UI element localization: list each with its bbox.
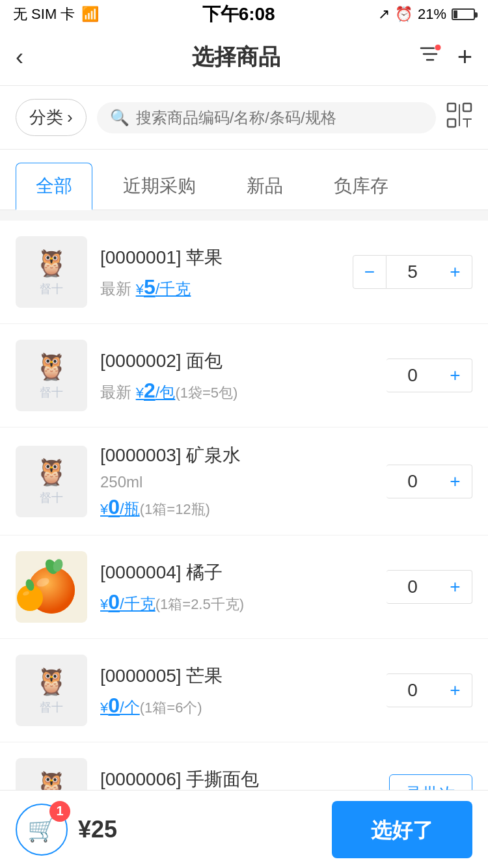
quantity-input[interactable] [386, 673, 439, 707]
search-icon: 🔍 [110, 109, 129, 127]
quantity-control-p2: + [386, 359, 472, 392]
product-item: 🦉 督十 [0000001] 苹果 最新 ¥5/千克 − + [0, 221, 488, 324]
quantity-plus-button[interactable]: + [439, 465, 472, 498]
quantity-plus-button[interactable]: + [439, 673, 472, 707]
price-label: 最新 [100, 383, 136, 401]
quantity-control-p3: + [386, 465, 472, 498]
product-name: [0000005] 芒果 [100, 664, 373, 688]
status-left: 无 SIM 卡 📶 [13, 5, 99, 24]
quantity-minus-button[interactable]: − [353, 255, 386, 289]
owl-logo: 🦉 督十 [35, 248, 68, 297]
product-price: ¥0/千克(1箱=2.5千克) [100, 590, 373, 614]
product-name: [0000003] 矿泉水 [100, 443, 373, 468]
cart-badge: 1 [49, 801, 70, 822]
owl-text: 督十 [40, 699, 63, 715]
cart-area: 1 🛒 ¥25 [16, 804, 332, 856]
product-item: 🦉 督十 [0000005] 芒果 ¥0/个(1箱=6个) + [0, 639, 488, 742]
product-price: ¥0/瓶(1箱=12瓶) [100, 495, 373, 519]
product-image-p5: 🦉 督十 [16, 655, 87, 726]
price-value: 0 [108, 694, 120, 717]
quantity-plus-button[interactable]: + [439, 255, 472, 289]
price-spec: (1箱=2.5千克) [156, 596, 244, 612]
product-image-p2: 🦉 督十 [16, 340, 87, 411]
product-name: [0000006] 手撕面包 [100, 767, 376, 792]
product-info-p3: [0000003] 矿泉水 250ml ¥0/瓶(1箱=12瓶) [100, 443, 373, 519]
owl-icon: 🦉 [35, 248, 68, 278]
scan-icon[interactable] [446, 102, 472, 133]
product-item: 🦉 督十 [0000002] 面包 最新 ¥2/包(1袋=5包) + [0, 324, 488, 427]
svg-rect-4 [448, 103, 455, 111]
price-unit: /个 [120, 698, 140, 716]
category-arrow: › [67, 107, 73, 128]
svg-rect-6 [448, 119, 455, 127]
product-info-p5: [0000005] 芒果 ¥0/个(1箱=6个) [100, 664, 373, 718]
filter-bar: 分类 › 🔍 [0, 86, 488, 150]
quantity-control-p5: + [386, 673, 472, 707]
price-unit: /包 [156, 383, 176, 401]
tab-all[interactable]: 全部 [16, 163, 92, 210]
nav-bar: ‹ 选择商品 + [0, 29, 488, 86]
battery-percent: 21% [418, 6, 446, 23]
product-info-p2: [0000002] 面包 最新 ¥2/包(1袋=5包) [100, 349, 373, 403]
product-price: 最新 ¥5/千克 [100, 275, 340, 299]
price-unit: /瓶 [120, 500, 140, 517]
back-button[interactable]: ‹ [16, 44, 55, 71]
tab-recent[interactable]: 近期采购 [103, 163, 216, 210]
price-currency: ¥ [100, 699, 108, 716]
price-currency: ¥ [100, 596, 108, 612]
product-list: 🦉 督十 [0000001] 苹果 最新 ¥5/千克 − + 🦉 督十 [000… [0, 221, 488, 868]
page-title: 选择商品 [192, 42, 280, 72]
owl-icon: 🦉 [35, 351, 68, 382]
price-label: 最新 [100, 280, 136, 297]
owl-logo: 🦉 督十 [35, 457, 68, 506]
bottom-bar: 1 🛒 ¥25 选好了 [0, 790, 488, 868]
product-image-p4 [16, 551, 87, 623]
status-right: ↗ ⏰ 21% [378, 6, 475, 23]
product-name: [0000002] 面包 [100, 349, 373, 373]
quantity-input[interactable] [386, 465, 439, 498]
price-currency: ¥ [136, 385, 144, 401]
wifi-icon: 📶 [81, 6, 99, 23]
price-value: 0 [108, 590, 120, 614]
cart-icon: 🛒 [27, 816, 57, 843]
product-info-p4: [0000004] 橘子 ¥0/千克(1箱=2.5千克) [100, 560, 373, 614]
status-time: 下午6:08 [202, 2, 275, 27]
tab-new[interactable]: 新品 [226, 163, 303, 210]
cart-button[interactable]: 1 🛒 [16, 804, 68, 856]
owl-icon: 🦉 [35, 457, 68, 487]
quantity-plus-button[interactable]: + [439, 570, 472, 604]
battery-icon [452, 8, 475, 20]
alarm-icon: ⏰ [395, 6, 413, 23]
tab-bar: 全部 近期采购 新品 负库存 [0, 150, 488, 210]
carrier-text: 无 SIM 卡 [13, 5, 75, 24]
product-image-p3: 🦉 督十 [16, 446, 87, 517]
product-spec: 250ml [100, 473, 373, 491]
search-input[interactable] [136, 109, 423, 127]
search-box: 🔍 [97, 102, 436, 133]
product-price: 最新 ¥2/包(1袋=5包) [100, 379, 373, 403]
price-currency: ¥ [136, 281, 144, 297]
tab-negative[interactable]: 负库存 [314, 163, 409, 210]
product-price: ¥0/个(1箱=6个) [100, 694, 373, 718]
quantity-plus-button[interactable]: + [439, 359, 472, 392]
filter-icon[interactable] [418, 42, 442, 72]
price-value: 2 [144, 379, 156, 402]
quantity-input[interactable] [386, 359, 439, 392]
product-item: 🦉 督十 [0000003] 矿泉水 250ml ¥0/瓶(1箱=12瓶) + [0, 427, 488, 536]
svg-rect-5 [463, 103, 471, 111]
owl-text: 督十 [40, 490, 63, 506]
product-info-p1: [0000001] 苹果 最新 ¥5/千克 [100, 245, 340, 299]
price-spec: (1箱=12瓶) [140, 501, 210, 517]
category-button[interactable]: 分类 › [16, 99, 87, 136]
owl-logo: 🦉 督十 [35, 666, 68, 715]
owl-icon: 🦉 [35, 666, 68, 697]
price-value: 5 [144, 275, 156, 299]
price-unit: /千克 [120, 595, 156, 612]
nav-actions: + [418, 42, 472, 72]
add-icon[interactable]: + [457, 42, 472, 72]
quantity-input[interactable] [386, 570, 439, 604]
quantity-input[interactable] [386, 255, 439, 289]
product-name: [0000004] 橘子 [100, 560, 373, 585]
status-bar: 无 SIM 卡 📶 下午6:08 ↗ ⏰ 21% [0, 0, 488, 29]
confirm-button[interactable]: 选好了 [332, 801, 472, 858]
